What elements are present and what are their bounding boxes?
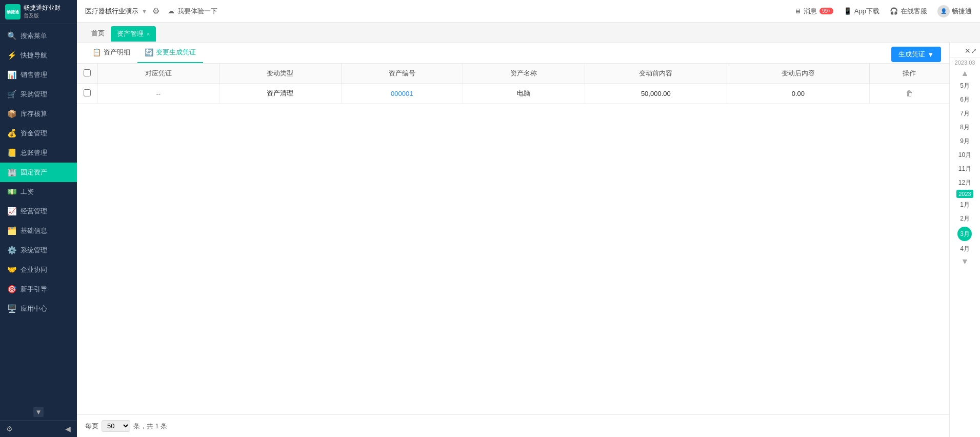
month-item-4月[interactable]: 4月 [956, 242, 973, 256]
table-body: -- 资产清理 000001 电脑 50,000.00 0.00 🗑 [77, 84, 949, 104]
asset-detail-icon: 📋 [92, 48, 101, 56]
month-item-8月[interactable]: 8月 [956, 121, 973, 134]
main-area: 医疗器械行业演示 ▼ ⚙ ☁ 我要体验一下 🖥 消息 99+ 📱 App下载 🎧… [77, 0, 980, 437]
month-item-10月[interactable]: 10月 [956, 148, 973, 162]
topbar-right: 🖥 消息 99+ 📱 App下载 🎧 在线客服 👤 畅捷通 [794, 5, 972, 17]
logo-title: 畅捷通好业财 [24, 4, 61, 12]
logo-subtitle: 普及版 [24, 12, 61, 19]
sidebar-item-apps[interactable]: 🖥️应用中心 [0, 299, 77, 319]
sidebar-item-inventory[interactable]: 📦库存核算 [0, 104, 77, 124]
nav-icon-search: 🔍 [7, 31, 16, 41]
sub-tab-change-voucher[interactable]: 🔄 变更生成凭证 [137, 43, 203, 63]
app-download-label: App下载 [854, 7, 879, 16]
tab-home[interactable]: 首页 [85, 26, 111, 42]
nav-label-funds: 资金管理 [21, 129, 47, 138]
message-btn[interactable]: 🖥 消息 99+ [794, 7, 833, 16]
sidebar-item-collab[interactable]: 🤝企业协同 [0, 260, 77, 280]
nav-icon-funds: 💰 [7, 129, 16, 138]
user-name: 畅捷通 [952, 7, 972, 16]
logo-icon: 畅捷通 [5, 4, 21, 19]
user-avatar: 👤 [937, 5, 950, 17]
row-voucher-0: -- [97, 84, 219, 104]
panel-scroll-down-button[interactable]: ▼ [960, 256, 970, 267]
month-item-6月[interactable]: 6月 [956, 93, 973, 107]
table-header-row: 对应凭证 变动类型 资产编号 资产名称 变动前内容 变动后内容 操作 [77, 64, 949, 84]
th-asset-code: 资产编号 [341, 64, 463, 84]
right-panel-months: 5月6月7月8月9月10月11月12月20231月2月3月4月 [956, 79, 973, 256]
sidebar-item-sales[interactable]: 📊销售管理 [0, 65, 77, 85]
sub-tab-asset-detail[interactable]: 📋 资产明细 [85, 43, 137, 63]
month-item-7月[interactable]: 7月 [956, 107, 973, 121]
right-panel-header: ✕ ⤢ [950, 45, 980, 57]
month-item-9月[interactable]: 9月 [956, 134, 973, 148]
sidebar-collapse-icon[interactable]: ◀ [65, 425, 71, 433]
topbar: 医疗器械行业演示 ▼ ⚙ ☁ 我要体验一下 🖥 消息 99+ 📱 App下载 🎧… [77, 0, 980, 23]
nav-icon-guide: 🎯 [7, 285, 16, 294]
sidebar-item-quicknav[interactable]: ⚡快捷导航 [0, 46, 77, 65]
customer-service-btn[interactable]: 🎧 在线客服 [890, 7, 927, 16]
nav-icon-apps: 🖥️ [7, 304, 16, 313]
nav-label-inventory: 库存核算 [21, 109, 47, 118]
nav-label-guide: 新手引导 [21, 285, 47, 294]
company-selector[interactable]: 医疗器械行业演示 ▼ [85, 7, 147, 16]
sidebar-item-search[interactable]: 🔍搜索菜单 [0, 26, 77, 46]
month-item-3月[interactable]: 3月 [957, 227, 972, 241]
sidebar-item-operations[interactable]: 📈经营管理 [0, 202, 77, 221]
tab-asset-management[interactable]: 资产管理 × [111, 26, 156, 42]
sidebar: 畅捷通 畅捷通好业财 普及版 🔍搜索菜单⚡快捷导航📊销售管理🛒采购管理📦库存核算… [0, 0, 77, 437]
nav-label-sales: 销售管理 [21, 70, 47, 80]
sidebar-item-system[interactable]: ⚙️系统管理 [0, 241, 77, 260]
sidebar-logo: 畅捷通 畅捷通好业财 普及版 [0, 0, 77, 24]
panel-scroll-up-button[interactable]: ▲ [960, 68, 970, 79]
generate-voucher-button[interactable]: 生成凭证 ▼ [891, 47, 941, 62]
user-menu[interactable]: 👤 畅捷通 [937, 5, 972, 17]
nav-label-ledger: 总账管理 [21, 148, 47, 157]
sub-tabbar: 📋 资产明细 🔄 变更生成凭证 生成凭证 ▼ [77, 43, 949, 64]
per-page-prefix: 每页 [85, 422, 98, 431]
row-asset-code-0: 000001 [341, 84, 463, 104]
month-item-11月[interactable]: 11月 [956, 162, 973, 176]
nav-label-base: 基础信息 [21, 226, 47, 235]
sidebar-item-ledger[interactable]: 📒总账管理 [0, 143, 77, 163]
sidebar-nav: 🔍搜索菜单⚡快捷导航📊销售管理🛒采购管理📦库存核算💰资金管理📒总账管理🏢固定资产… [0, 24, 77, 405]
month-item-12月[interactable]: 12月 [956, 176, 973, 190]
sidebar-item-assets[interactable]: 🏢固定资产 [0, 163, 77, 182]
app-download-btn[interactable]: 📱 App下载 [844, 7, 879, 16]
tab-close-icon[interactable]: × [147, 31, 150, 37]
sidebar-item-purchase[interactable]: 🛒采购管理 [0, 85, 77, 104]
nav-icon-inventory: 📦 [7, 109, 16, 118]
month-item-2月[interactable]: 2月 [956, 212, 973, 226]
sidebar-item-guide[interactable]: 🎯新手引导 [0, 280, 77, 299]
generate-btn-label: 生成凭证 [898, 50, 925, 59]
nav-label-purchase: 采购管理 [21, 90, 47, 99]
sidebar-settings-icon[interactable]: ⚙ [6, 425, 13, 433]
per-page-select[interactable]: 50 10 20 100 [102, 420, 130, 432]
row-change-type-0: 资产清理 [219, 84, 342, 104]
right-panel: ✕ ⤢ 2023.03 ▲ 5月6月7月8月9月10月11月12月20231月2… [949, 43, 980, 437]
sidebar-bottom: ⚙ ◀ [0, 420, 77, 437]
customer-service-label: 在线客服 [901, 7, 927, 16]
sidebar-scroll-down[interactable]: ▼ [33, 407, 44, 417]
month-item-1月[interactable]: 1月 [956, 198, 973, 212]
year-badge: 2023 [956, 190, 973, 198]
row-checkbox-cell [77, 84, 97, 104]
company-arrow-icon: ▼ [142, 8, 147, 14]
th-before-value: 变动前内容 [585, 64, 727, 84]
sidebar-item-base[interactable]: 🗂️基础信息 [0, 221, 77, 241]
panel-close-button[interactable]: ✕ [965, 47, 971, 55]
month-item-5月[interactable]: 5月 [956, 79, 973, 93]
total-label: 条，共 1 条 [133, 422, 167, 431]
select-all-checkbox[interactable] [84, 69, 91, 76]
sidebar-item-funds[interactable]: 💰资金管理 [0, 124, 77, 143]
table-footer: 每页 50 10 20 100 条，共 1 条 [77, 414, 949, 437]
row-checkbox-0[interactable] [84, 89, 91, 96]
nav-label-operations: 经营管理 [21, 207, 47, 216]
row-delete-btn-0[interactable]: 🗑 [906, 89, 913, 97]
message-badge: 99+ [819, 8, 833, 14]
topbar-settings-icon[interactable]: ⚙ [152, 6, 159, 16]
experience-btn[interactable]: ☁ 我要体验一下 [168, 7, 217, 16]
sidebar-item-salary[interactable]: 💵工资 [0, 182, 77, 202]
change-voucher-icon: 🔄 [145, 48, 153, 56]
nav-label-apps: 应用中心 [21, 304, 47, 313]
panel-expand-button[interactable]: ⤢ [971, 47, 977, 55]
